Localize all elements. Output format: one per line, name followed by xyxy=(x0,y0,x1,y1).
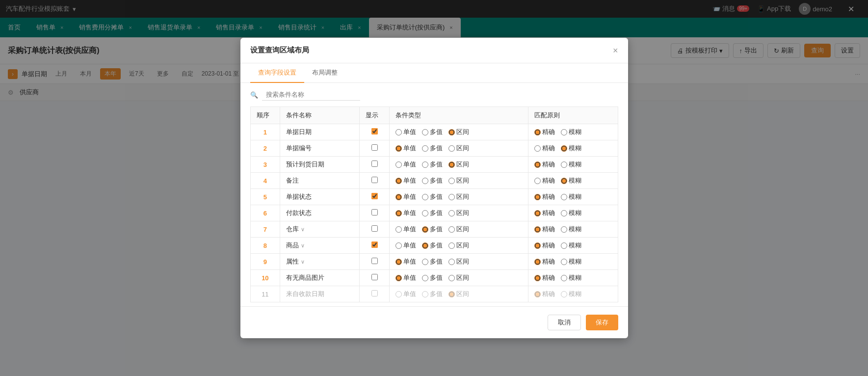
dialog-search-area: 🔍 xyxy=(240,83,628,101)
settings-dialog: 设置查询区域布局 × 查询字段设置 布局调整 🔍 顺序 条件名称 xyxy=(240,38,628,101)
dialog-tabs: 查询字段设置 布局调整 xyxy=(240,63,628,83)
dialog-close-button[interactable]: × xyxy=(613,46,618,55)
tab-layout-adjust[interactable]: 布局调整 xyxy=(304,63,345,83)
tab-query-fields[interactable]: 查询字段设置 xyxy=(250,63,304,83)
dialog-title: 设置查询区域布局 xyxy=(250,46,309,55)
dialog-header: 设置查询区域布局 × xyxy=(240,38,628,63)
search-icon: 🔍 xyxy=(250,91,258,99)
search-input[interactable] xyxy=(262,89,360,101)
modal-overlay: 设置查询区域布局 × 查询字段设置 布局调整 🔍 顺序 条件名称 xyxy=(0,0,868,101)
